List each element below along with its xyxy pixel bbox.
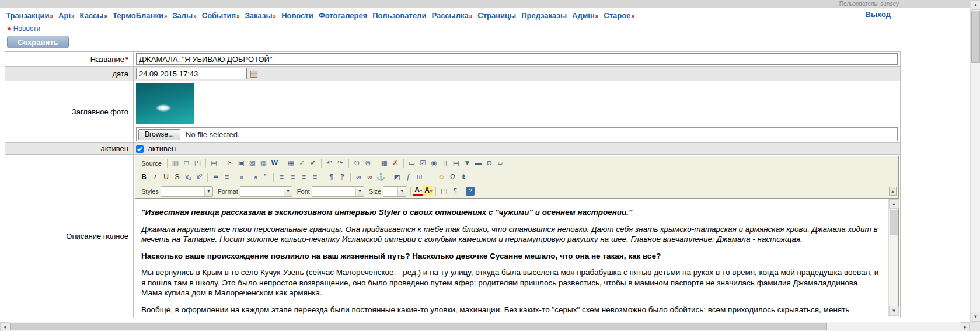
menu-item-events[interactable]: События» [202,11,240,20]
scroll-up-icon[interactable]: ▲ [971,0,980,10]
strikethrough-icon[interactable]: S [172,172,183,183]
button-icon[interactable]: ▬ [473,158,484,169]
form-icon[interactable]: ▭ [406,158,417,169]
horizontal-rule-icon[interactable]: — [425,172,436,183]
scroll-up-icon[interactable]: ▲ [889,199,899,209]
styles-combo[interactable]: ▼ [161,186,213,197]
flash-icon[interactable]: ƒ [403,172,414,183]
paste-from-word-icon[interactable]: W [269,158,280,169]
bulleted-list-icon[interactable]: ≡ [221,172,232,183]
save-icon[interactable]: ▥ [170,158,181,169]
redo-icon[interactable]: ↷ [335,158,346,169]
templates-icon[interactable]: ▤ [208,158,219,169]
source-button[interactable]: Source [138,160,165,167]
scroll-right-icon[interactable]: ► [961,322,970,331]
calendar-icon[interactable]: ▦ [250,68,258,78]
scroll-down-icon[interactable]: ▼ [971,312,980,322]
paste-icon[interactable]: ▨ [247,158,258,169]
page-horizontal-scrollbar[interactable]: ◄ ► [0,322,970,331]
editor-scrollbar-thumb[interactable] [890,210,898,235]
show-blocks-icon[interactable]: ¶ [449,186,461,197]
spell-check-icon[interactable]: ✓ [297,158,308,169]
menu-item-mailing[interactable]: Рассылка» [431,11,472,20]
menu-item-photo-gallery[interactable]: Фотогалерея [319,11,368,20]
menu-item-old[interactable]: Старое» [604,11,634,20]
superscript-icon[interactable]: x² [194,172,205,183]
menu-item-admin[interactable]: Адмін» [572,11,598,20]
editor-content[interactable]: "Известная певица рассказала в эксклюзив… [135,199,888,316]
link-icon[interactable]: ∞ [353,172,364,183]
checkbox-icon[interactable]: ☑ [417,158,428,169]
editor-scrollbar[interactable]: ▲ ▼ [888,199,898,316]
active-checkbox[interactable] [136,145,144,153]
spell-check-toggle-icon[interactable]: ✔ [308,158,319,169]
textarea-icon[interactable]: ▤ [451,158,462,169]
preview-icon[interactable]: ◰ [192,158,203,169]
menu-item-thermo-blanks[interactable]: ТермоБланки» [113,11,167,20]
background-color-icon[interactable]: A [423,186,433,196]
menu-item-news[interactable]: Новости [281,11,313,20]
new-page-icon[interactable]: □ [181,158,192,169]
scroll-left-icon[interactable]: ◄ [0,322,9,331]
underline-icon[interactable]: U [161,172,172,183]
align-right-icon[interactable]: ≡ [298,172,309,183]
image-button-icon[interactable]: ◘ [484,158,495,169]
special-character-icon[interactable]: Ω [447,172,458,183]
text-field-icon[interactable]: ▯ [440,158,451,169]
text-color-icon[interactable]: A [413,186,423,196]
replace-icon[interactable]: ⊛ [362,158,374,169]
menu-item-users[interactable]: Пользователи [372,11,426,20]
select-all-icon[interactable]: ▩ [379,158,390,169]
menu-item-logout[interactable]: Выход [866,10,891,19]
maximize-icon[interactable]: ◳ [438,186,449,197]
print-icon[interactable]: ▦ [285,158,297,169]
undo-icon[interactable]: ↶ [324,158,335,169]
browse-button[interactable]: Browse... [138,129,180,140]
justify-icon[interactable]: ≡ [309,172,320,183]
size-combo[interactable]: ▼ [383,186,406,197]
table-icon[interactable]: ⊞ [414,172,425,183]
increase-indent-icon[interactable]: ⇥ [249,172,260,183]
bold-icon[interactable]: B [138,172,149,183]
save-button[interactable]: Сохранить [7,36,69,48]
scroll-down-icon[interactable]: ▼ [889,306,899,316]
toolbar-collapse-button[interactable]: ▲ [889,187,897,196]
menu-item-transactions[interactable]: Транзакции» [6,11,53,20]
numbered-list-icon[interactable]: ≣ [210,172,221,183]
menu-item-halls[interactable]: Залы» [172,11,196,20]
breadcrumb-link-news[interactable]: Новости [13,25,40,33]
paste-text-icon[interactable]: ▧ [258,158,269,169]
image-icon[interactable]: ◩ [392,172,403,183]
text-direction-rtl-icon[interactable]: ¶ [337,172,348,183]
radio-button-icon[interactable]: ◉ [428,158,440,169]
blockquote-icon[interactable]: ” [260,172,271,183]
menu-item-pages[interactable]: Страницы [477,11,516,20]
menu-item-preorders[interactable]: Предзаказы [521,11,567,20]
decrease-indent-icon[interactable]: ⇤ [238,172,249,183]
cut-icon[interactable]: ✂ [225,158,236,169]
anchor-icon[interactable]: ⚓ [375,172,386,183]
select-field-icon[interactable]: ▼ [462,158,473,169]
italic-icon[interactable]: I [149,172,161,183]
page-horizontal-scrollbar-thumb[interactable] [10,323,827,330]
align-left-icon[interactable]: ≡ [276,172,287,183]
title-input[interactable] [136,53,898,65]
unlink-icon[interactable]: ∞ [364,172,375,183]
about-icon[interactable]: ? [466,187,475,196]
date-input[interactable] [136,68,247,79]
font-combo[interactable]: ▼ [312,186,364,197]
menu-item-cash-desks[interactable]: Кассы» [80,11,107,20]
text-direction-ltr-icon[interactable]: ¶ [326,172,337,183]
subscript-icon[interactable]: x₂ [183,172,194,183]
find-icon[interactable]: ⊙ [351,158,362,169]
page-break-icon[interactable]: ⇟ [458,172,469,183]
copy-icon[interactable]: ▣ [236,158,247,169]
align-center-icon[interactable]: ≡ [287,172,298,183]
format-combo[interactable]: ▼ [240,186,292,197]
menu-item-api[interactable]: Api» [58,11,75,20]
remove-format-icon[interactable]: ✗ [390,158,401,169]
page-vertical-scrollbar[interactable]: ▲ ▼ [970,0,980,331]
smiley-icon[interactable]: ☺ [436,172,447,183]
page-scrollbar-thumb[interactable] [971,11,980,63]
hidden-field-icon[interactable]: ▱ [495,158,506,169]
